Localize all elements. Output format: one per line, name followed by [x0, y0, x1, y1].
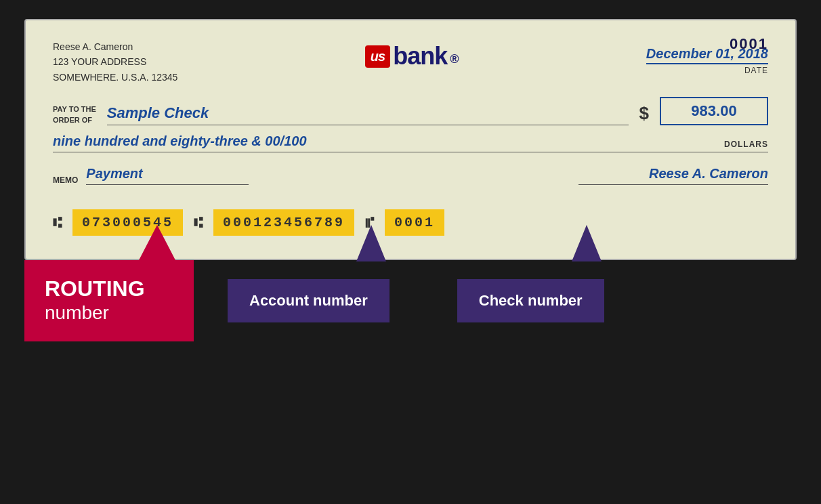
routing-title: ROUTING: [45, 278, 173, 299]
micr-symbol-open: ⑆: [53, 214, 62, 232]
date-label: DATE: [646, 66, 768, 75]
bank-dot: ®: [450, 52, 459, 66]
dollar-sign: $: [639, 103, 649, 124]
signature-value: Reese A. Cameron: [649, 166, 768, 181]
bottom-labels: Account number Check number: [194, 260, 797, 341]
payee-name: Sample Check: [107, 104, 209, 121]
check-arrow: [572, 225, 602, 261]
account-holder: Reese A. Cameron 123 YOUR ADDRESS SOMEWH…: [53, 39, 177, 85]
check-number-top: 0001: [730, 35, 768, 53]
memo-left: MEMO Payment: [53, 166, 249, 185]
memo-value: Payment: [86, 166, 142, 181]
routing-arrow: [138, 225, 176, 261]
written-amount: nine hundred and eighty-three & 00/100: [53, 133, 307, 149]
amount-box: 983.00: [660, 97, 768, 125]
pay-to-line: Sample Check: [107, 104, 629, 125]
check-number-label: Check number: [457, 279, 604, 322]
dollars-label: DOLLARS: [724, 140, 768, 149]
micr-symbol-sep: ⑆: [194, 214, 203, 232]
routing-label: ROUTING number: [24, 260, 194, 341]
account-number-label: Account number: [228, 279, 390, 322]
amount-value: 983.00: [691, 102, 736, 119]
signature-line: Reese A. Cameron: [578, 166, 768, 185]
memo-row: MEMO Payment Reese A. Cameron: [53, 166, 768, 185]
micr-account: 000123456789: [213, 209, 354, 236]
holder-name: Reese A. Cameron: [53, 39, 177, 54]
memo-line: Payment: [86, 166, 249, 185]
check-header: Reese A. Cameron 123 YOUR ADDRESS SOMEWH…: [53, 39, 768, 85]
memo-label: MEMO: [53, 175, 78, 185]
check: 0001 Reese A. Cameron 123 YOUR ADDRESS S…: [24, 19, 797, 260]
holder-address1: 123 YOUR ADDRESS: [53, 54, 177, 69]
bank-text: bank: [393, 42, 447, 70]
account-arrow: [356, 225, 386, 261]
pay-to-label: PAY TO THE ORDER OF: [53, 104, 96, 125]
written-amount-row: nine hundred and eighty-three & 00/100 D…: [53, 133, 768, 152]
holder-address2: SOMEWHERE. U.S.A. 12345: [53, 70, 177, 85]
bottom-section: ROUTING number Account number Check numb…: [24, 260, 797, 341]
routing-sub: number: [45, 302, 173, 324]
pay-to-row: PAY TO THE ORDER OF Sample Check $ 983.0…: [53, 97, 768, 125]
usbank-logo: us bank ®: [365, 42, 459, 70]
us-shield: us: [365, 45, 390, 68]
micr-check-num: 0001: [385, 209, 444, 236]
